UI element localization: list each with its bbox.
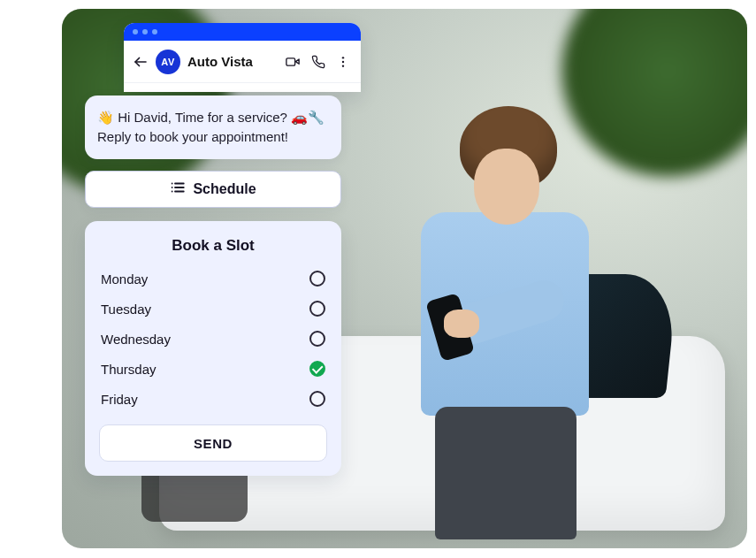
- window-titlebar: [124, 23, 361, 41]
- slot-option-label: Wednesday: [101, 332, 171, 347]
- send-button-label: SEND: [194, 436, 233, 451]
- avatar-initials: AV: [161, 57, 174, 67]
- slot-option-friday[interactable]: Friday: [99, 384, 327, 414]
- svg-point-9: [172, 183, 173, 185]
- svg-point-5: [342, 65, 344, 66]
- svg-point-11: [172, 191, 173, 193]
- avatar[interactable]: AV: [156, 50, 180, 74]
- video-call-icon[interactable]: [285, 54, 301, 70]
- book-slot-panel: Book a Slot Monday Tuesday Wednesday Thu…: [85, 221, 341, 476]
- send-button[interactable]: SEND: [99, 424, 327, 462]
- radio-checked-icon: [309, 361, 325, 377]
- radio-unchecked-icon: [309, 331, 325, 347]
- radio-unchecked-icon: [309, 271, 325, 287]
- book-slot-title: Book a Slot: [99, 237, 327, 255]
- slot-option-label: Thursday: [101, 362, 157, 377]
- window-dot: [152, 29, 157, 34]
- voice-call-icon[interactable]: [311, 55, 325, 69]
- slot-option-thursday[interactable]: Thursday: [99, 354, 327, 384]
- slot-option-tuesday[interactable]: Tuesday: [99, 294, 327, 324]
- slot-option-monday[interactable]: Monday: [99, 264, 327, 294]
- schedule-button[interactable]: Schedule: [85, 171, 341, 208]
- svg-point-10: [172, 187, 173, 188]
- svg-point-3: [342, 57, 344, 58]
- incoming-message-bubble: 👋 Hi David, Time for a service? 🚗🔧 Reply…: [85, 96, 341, 159]
- radio-unchecked-icon: [309, 301, 325, 317]
- chat-app-window: AV Auto Vista: [124, 23, 361, 92]
- svg-point-4: [342, 60, 344, 62]
- slot-option-wednesday[interactable]: Wednesday: [99, 324, 327, 354]
- chat-header: AV Auto Vista: [124, 41, 361, 83]
- slot-option-label: Monday: [101, 271, 148, 287]
- chat-title: Auto Vista: [187, 54, 278, 69]
- slot-option-label: Friday: [101, 392, 138, 407]
- message-text: 👋 Hi David, Time for a service? 🚗🔧 Reply…: [97, 110, 325, 144]
- back-arrow-icon[interactable]: [133, 54, 149, 70]
- list-icon: [170, 180, 186, 199]
- person-illustration: [389, 106, 601, 522]
- radio-unchecked-icon: [309, 391, 325, 407]
- chat-body: [124, 83, 361, 92]
- window-dot: [133, 29, 138, 34]
- slot-option-label: Tuesday: [101, 302, 151, 317]
- svg-marker-2: [295, 59, 299, 64]
- window-dot: [142, 29, 148, 34]
- svg-rect-1: [286, 57, 295, 65]
- schedule-button-label: Schedule: [193, 181, 256, 197]
- more-options-icon[interactable]: [336, 55, 350, 69]
